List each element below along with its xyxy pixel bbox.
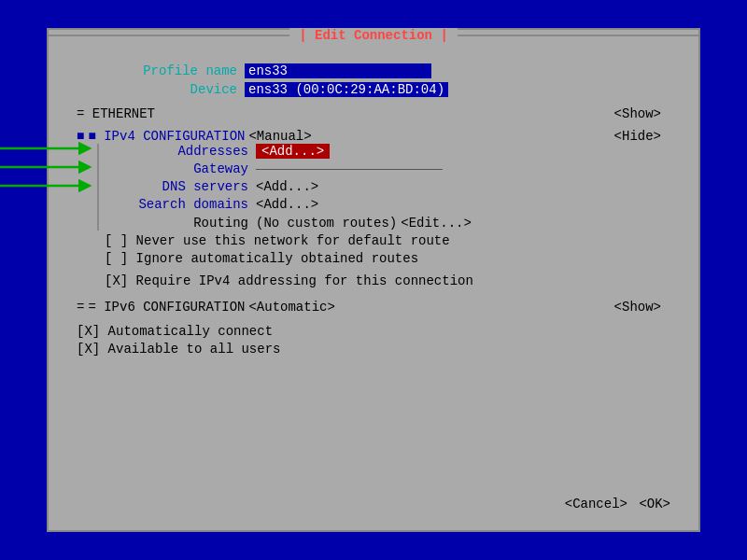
- available-users-row[interactable]: [X] Available to all users: [77, 342, 670, 357]
- never-default-row[interactable]: [ ] Never use this network for default r…: [105, 233, 670, 248]
- ipv4-mode[interactable]: <Manual>: [248, 129, 311, 144]
- never-default-checkbox[interactable]: [ ] Never use this network for default r…: [105, 233, 450, 248]
- profile-name-row: Profile name ens33: [77, 63, 670, 78]
- profile-name-value[interactable]: ens33: [245, 63, 431, 78]
- window-title: Edit Connection: [315, 28, 432, 43]
- ipv4-fields: Addresses <Add...> Gateway DNS servers <…: [97, 144, 670, 231]
- require-ipv4-checkbox[interactable]: [X] Require IPv4 addressing for this con…: [105, 273, 473, 288]
- device-row: Device ens33 (00:0C:29:AA:BD:04): [77, 82, 670, 97]
- addresses-container: Addresses <Add...> Gateway DNS servers <…: [99, 144, 670, 212]
- search-domains-add-btn[interactable]: <Add...>: [256, 197, 318, 212]
- ethernet-header-row: = ETHERNET <Show>: [77, 106, 670, 121]
- addresses-add-btn[interactable]: <Add...>: [256, 144, 330, 159]
- ok-button[interactable]: <OK>: [639, 497, 670, 511]
- routing-edit-btn[interactable]: <Edit...>: [401, 216, 472, 231]
- ipv6-bullet: =: [77, 300, 84, 315]
- available-users-checkbox[interactable]: [X] Available to all users: [77, 342, 280, 357]
- auto-connect-checkbox[interactable]: [X] Automatically connect: [77, 324, 273, 339]
- ipv6-header-label: = IPv6 CONFIGURATION: [88, 300, 245, 315]
- title-separator-right: |: [440, 28, 447, 43]
- ignore-routes-row[interactable]: [ ] Ignore automatically obtained routes: [105, 251, 670, 266]
- routing-label: Routing: [99, 216, 256, 231]
- search-domains-label: Search domains: [99, 197, 256, 212]
- profile-name-label: Profile name: [77, 63, 245, 78]
- search-domains-row: Search domains <Add...>: [99, 197, 670, 212]
- dns-add-btn[interactable]: <Add...>: [256, 179, 318, 194]
- ethernet-label: = ETHERNET: [77, 106, 155, 121]
- window-title-bar: | Edit Connection |: [289, 28, 458, 43]
- device-label: Device: [77, 82, 245, 97]
- ethernet-section: = ETHERNET <Show>: [77, 106, 670, 121]
- routing-value: (No custom routes): [256, 216, 397, 231]
- ignore-routes-checkbox[interactable]: [ ] Ignore automatically obtained routes: [105, 251, 418, 266]
- ipv4-bullet: ■: [77, 129, 84, 144]
- ethernet-show-btn[interactable]: <Show>: [614, 106, 661, 121]
- arrows-svg: [0, 134, 108, 228]
- ipv4-hide-btn[interactable]: <Hide>: [614, 129, 661, 144]
- gateway-label: Gateway: [99, 161, 256, 176]
- ipv4-header-label: ■ IPv4 CONFIGURATION: [88, 129, 245, 144]
- dns-row: DNS servers <Add...>: [99, 179, 670, 194]
- gateway-row: Gateway: [99, 161, 670, 176]
- ipv6-section: = = IPv6 CONFIGURATION <Automatic> <Show…: [77, 300, 670, 315]
- ipv4-header-row: ■ ■ IPv4 CONFIGURATION <Manual> <Hide>: [77, 129, 670, 144]
- cancel-button[interactable]: <Cancel>: [565, 497, 627, 511]
- ipv6-show-btn[interactable]: <Show>: [614, 300, 661, 315]
- title-separator-left: |: [299, 28, 306, 43]
- device-value[interactable]: ens33 (00:0C:29:AA:BD:04): [245, 82, 448, 97]
- ipv6-header-row: = = IPv6 CONFIGURATION <Automatic> <Show…: [77, 300, 670, 315]
- ipv6-header-left: = = IPv6 CONFIGURATION <Automatic>: [77, 300, 335, 315]
- gateway-field[interactable]: [256, 169, 443, 170]
- routing-row: Routing (No custom routes) <Edit...>: [99, 216, 670, 231]
- edit-connection-window: | Edit Connection | Profile name ens33 D…: [47, 28, 700, 532]
- addresses-label: Addresses: [99, 144, 256, 159]
- ipv4-header-left: ■ ■ IPv4 CONFIGURATION <Manual>: [77, 129, 312, 144]
- addresses-row: Addresses <Add...>: [99, 144, 670, 159]
- dns-label: DNS servers: [99, 179, 256, 194]
- auto-connect-row[interactable]: [X] Automatically connect: [77, 324, 670, 339]
- ipv6-mode[interactable]: <Automatic>: [248, 300, 334, 315]
- ipv4-section: ■ ■ IPv4 CONFIGURATION <Manual> <Hide>: [77, 129, 670, 288]
- require-ipv4-row[interactable]: [X] Require IPv4 addressing for this con…: [105, 273, 670, 288]
- bottom-buttons: <Cancel> <OK>: [565, 497, 670, 511]
